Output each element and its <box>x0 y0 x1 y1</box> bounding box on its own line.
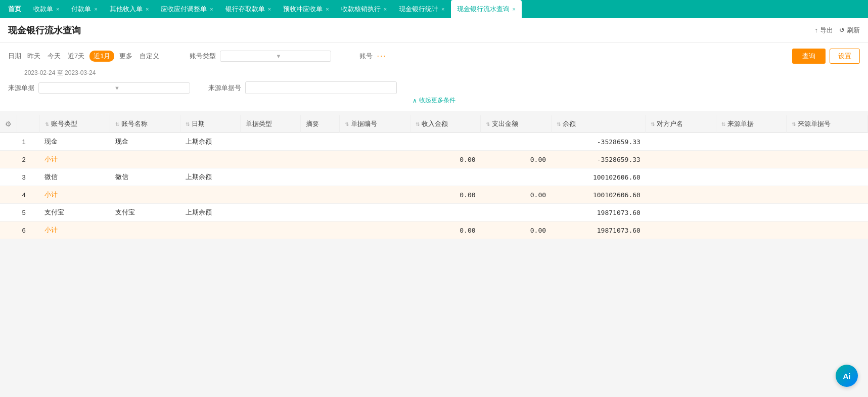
nav-item-receipts[interactable]: 收款单× <box>27 0 65 18</box>
date-custom[interactable]: 自定义 <box>138 51 161 62</box>
table-cell: 0.00 <box>481 186 551 204</box>
date-1month[interactable]: 近1月 <box>89 51 114 62</box>
data-table: ⚙ ⇅账号类型 ⇅账号名称 ⇅日期 单据类型 摘要 ⇅单据编号 ⇅收入金额 ⇅支… <box>0 115 868 239</box>
nav-item-home[interactable]: 首页 <box>2 0 27 18</box>
table-cell: 0.00 <box>410 222 480 239</box>
nav-item-cash-bank-flow[interactable]: 现金银行流水查询× <box>451 0 522 18</box>
table-cell: 4 <box>17 186 40 204</box>
table-cell <box>646 133 716 151</box>
table-row: 3微信微信上期余额100102606.60 <box>0 168 868 186</box>
nav-item-ar-ap-adjust[interactable]: 应收应付调整单× <box>155 0 219 18</box>
close-icon[interactable]: × <box>146 6 149 12</box>
close-icon[interactable]: × <box>441 6 444 12</box>
table-cell: 0.00 <box>410 151 480 168</box>
table-cell <box>340 186 410 204</box>
th-date: ⇅日期 <box>180 115 240 133</box>
table-cell <box>301 151 340 168</box>
account-type-select[interactable]: ▼ <box>220 51 331 62</box>
table-cell <box>646 168 716 186</box>
nav-item-collect-verify[interactable]: 收款核销执行× <box>335 0 393 18</box>
table-cell <box>301 222 340 239</box>
date-shortcuts: 昨天 今天 近7天 近1月 更多 自定义 <box>25 51 161 62</box>
nav-item-cash-bank-stat[interactable]: 现金银行统计× <box>393 0 450 18</box>
table-cell <box>787 204 868 222</box>
table-cell <box>110 222 180 239</box>
source-doc-no-input[interactable] <box>245 81 397 94</box>
table-cell <box>787 168 868 186</box>
date-today[interactable]: 今天 <box>45 51 63 62</box>
th-doc-type: 单据类型 <box>240 115 301 133</box>
collapse-button[interactable]: ∧ 收起更多条件 <box>413 96 455 105</box>
table-cell <box>646 186 716 204</box>
table-cell: 现金 <box>110 133 180 151</box>
table-cell <box>0 186 17 204</box>
close-icon[interactable]: × <box>94 6 97 12</box>
table-header: ⚙ ⇅账号类型 ⇅账号名称 ⇅日期 单据类型 摘要 ⇅单据编号 ⇅收入金额 ⇅支… <box>0 115 868 133</box>
date-7days[interactable]: 近7天 <box>66 51 86 62</box>
date-label: 日期 <box>8 52 21 61</box>
table-cell: 6 <box>17 222 40 239</box>
table-cell <box>240 133 301 151</box>
table-cell <box>240 186 301 204</box>
close-icon[interactable]: × <box>56 6 59 12</box>
date-more[interactable]: 更多 <box>117 51 134 62</box>
table-cell <box>646 151 716 168</box>
close-icon[interactable]: × <box>513 6 516 12</box>
table-cell <box>340 168 410 186</box>
settings-button[interactable]: 设置 <box>830 49 860 64</box>
close-icon[interactable]: × <box>326 6 329 12</box>
close-icon[interactable]: × <box>210 6 213 12</box>
th-index <box>17 115 40 133</box>
export-icon: ↑ <box>815 26 818 34</box>
close-icon[interactable]: × <box>384 6 387 12</box>
table-cell: 支付宝 <box>110 204 180 222</box>
table-cell: 100102606.60 <box>551 186 646 204</box>
source-doc-select[interactable]: ▼ <box>38 82 190 94</box>
table-cell <box>0 133 17 151</box>
table-row: 4小计0.000.00100102606.60 <box>0 186 868 204</box>
th-account-name: ⇅账号名称 <box>110 115 180 133</box>
filter-area: 日期 昨天 今天 近7天 近1月 更多 自定义 账号类型 ▼ 账号 ··· <box>0 42 868 111</box>
table-cell <box>240 222 301 239</box>
table-cell <box>481 168 551 186</box>
th-counterparty: ⇅对方户名 <box>646 115 716 133</box>
account-label: 账号 <box>359 52 373 61</box>
table-cell: -3528659.33 <box>551 133 646 151</box>
refresh-button[interactable]: ↺ 刷新 <box>839 26 860 35</box>
table-cell <box>110 151 180 168</box>
nav-item-bank-deposit[interactable]: 银行存取款单× <box>219 0 277 18</box>
table-cell: 上期余额 <box>180 204 240 222</box>
table-cell <box>410 168 480 186</box>
table-cell <box>410 133 480 151</box>
close-icon[interactable]: × <box>268 6 271 12</box>
source-doc-filter-col: 来源单据 ▼ <box>8 82 190 94</box>
query-button[interactable]: 查询 <box>792 49 826 64</box>
page-header: 现金银行流水查询 ↑ 导出 ↺ 刷新 <box>0 18 868 42</box>
date-yesterday[interactable]: 昨天 <box>25 51 42 62</box>
date-range-display: 2023-02-24 至 2023-03-24 <box>24 69 860 77</box>
table-container: ⚙ ⇅账号类型 ⇅账号名称 ⇅日期 单据类型 摘要 ⇅单据编号 ⇅收入金额 ⇅支… <box>0 115 868 239</box>
table-cell <box>0 151 17 168</box>
table-cell <box>240 151 301 168</box>
export-button[interactable]: ↑ 导出 <box>815 26 834 35</box>
nav-item-prepay-offset[interactable]: 预收冲应收单× <box>277 0 335 18</box>
table-cell <box>240 168 301 186</box>
th-account-type: ⇅账号类型 <box>39 115 110 133</box>
table-cell <box>340 222 410 239</box>
table-cell <box>646 222 716 239</box>
page-title: 现金银行流水查询 <box>8 24 81 36</box>
table-cell: 3 <box>17 168 40 186</box>
table-cell: 0.00 <box>410 186 480 204</box>
nav-item-other-income[interactable]: 其他收入单× <box>104 0 155 18</box>
table-cell <box>716 151 786 168</box>
table-body: 1现金现金上期余额-3528659.332小计0.000.00-3528659.… <box>0 133 868 239</box>
source-doc-no-label: 来源单据号 <box>208 83 241 93</box>
gear-icon[interactable]: ⚙ <box>5 120 12 128</box>
source-doc-no-filter-col: 来源单据号 <box>208 81 397 94</box>
table-cell <box>0 222 17 239</box>
table-cell <box>340 133 410 151</box>
account-more-button[interactable]: ··· <box>377 52 386 61</box>
table-cell <box>180 151 240 168</box>
nav-item-payments[interactable]: 付款单× <box>65 0 103 18</box>
date-filter-col: 日期 昨天 今天 近7天 近1月 更多 自定义 <box>8 51 161 62</box>
